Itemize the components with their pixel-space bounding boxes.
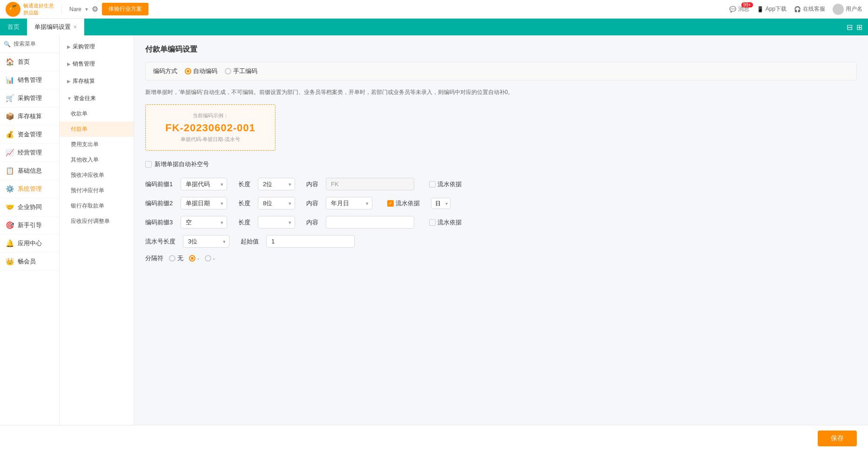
- prefix1-select-wrapper: 单据代码: [181, 178, 227, 190]
- avatar-image: [833, 4, 844, 15]
- system-icon: ⚙️: [6, 185, 14, 193]
- prefix2-length-select-wrapper: 8位: [258, 197, 295, 209]
- preview-code: FK-20230602-001: [165, 122, 256, 134]
- sidebar-item-funds[interactable]: 💰 资金管理: [0, 126, 59, 144]
- nav-tabs: 首页 单据编码设置 × ⊟ ⊞: [0, 19, 868, 35]
- logo: 🍊 畅通道好生意 拼品版: [6, 2, 54, 17]
- app-download-button[interactable]: 📱 App下载: [757, 5, 787, 13]
- sep-dot-dot: [189, 255, 195, 262]
- sidebar-item-app-center[interactable]: 🔔 应用中心: [0, 235, 59, 253]
- tab-home[interactable]: 首页: [0, 19, 27, 35]
- prefix1-content-input[interactable]: [326, 178, 414, 190]
- prefix2-select[interactable]: 单据日期: [181, 197, 227, 209]
- sidebar-item-basic-info[interactable]: 📋 基础信息: [0, 162, 59, 180]
- prefix1-length-select[interactable]: 2位: [258, 178, 295, 190]
- prefix3-length-select[interactable]: [258, 216, 295, 229]
- preview-label: 当前编码示例：: [193, 112, 229, 119]
- auto-encode-radio[interactable]: 自动编码: [185, 67, 217, 75]
- username: 用户名: [846, 5, 862, 13]
- messages-button[interactable]: 💬 消息 99+: [729, 5, 749, 13]
- inventory-icon: 📦: [6, 112, 14, 121]
- tab-encoding-settings[interactable]: 单据编码设置 ×: [27, 19, 84, 35]
- prefix3-content-input[interactable]: [326, 216, 414, 229]
- purchase-icon: 🛒: [6, 94, 14, 102]
- prefix3-serial-box[interactable]: [429, 219, 436, 226]
- basic-info-icon: 📋: [6, 167, 14, 175]
- day-select-wrapper: 日 月 年: [431, 198, 451, 209]
- preview-desc: 单据代码-单据日期-流水号: [181, 136, 240, 143]
- top-bar: 🍊 畅通道好生意 拼品版 Nare ▾ ⚙ 体验行业方案 💬 消息 99+ 📱 …: [0, 0, 868, 19]
- minimize-icon[interactable]: ⊟: [847, 23, 853, 32]
- prefix2-content-select[interactable]: 年月日: [326, 197, 372, 209]
- prefix1-label: 编码前缀1: [145, 180, 173, 188]
- serial-length-select-wrapper: 3位 4位 5位: [183, 235, 229, 248]
- sidebar-item-member[interactable]: 👑 畅会员: [0, 253, 59, 271]
- save-button[interactable]: 保存: [818, 431, 857, 446]
- sub-menu-group-sales: ▶ 销售管理: [60, 56, 134, 72]
- message-badge: 99+: [741, 2, 753, 7]
- search-menu[interactable]: 🔍 搜索菜单: [0, 35, 59, 53]
- message-icon: 💬: [729, 6, 736, 13]
- sub-menu-header-funds[interactable]: ▼ 资金往来: [60, 91, 134, 106]
- manual-encode-radio[interactable]: 手工编码: [225, 67, 257, 75]
- sub-menu-item-expense[interactable]: 费用支出单: [60, 137, 134, 152]
- prefix2-serial-box[interactable]: ✓: [387, 200, 394, 207]
- info-text: 新增单据时，'单据编码'自动生成，不可编辑。前缀设置为部门、业务员等档案类，开单…: [145, 88, 857, 97]
- prefix1-length-label: 长度: [238, 180, 250, 188]
- sidebar-item-purchase[interactable]: 🛒 采购管理: [0, 89, 59, 108]
- prefix2-length-select[interactable]: 8位: [258, 197, 295, 209]
- start-value-input[interactable]: [266, 235, 355, 248]
- separator-row: 分隔符 无 · ·: [145, 254, 857, 263]
- divider: [61, 5, 62, 14]
- sidebar-item-guide[interactable]: 🎯 新手引导: [0, 216, 59, 235]
- sub-menu-item-bank[interactable]: 银行存取款单: [60, 198, 134, 214]
- sub-menu-item-prepay-offset[interactable]: 预收冲应收单: [60, 168, 134, 183]
- sep-dot2-radio[interactable]: ·: [205, 255, 215, 262]
- sep-none-dot: [169, 255, 175, 262]
- prefix1-serial-box[interactable]: [429, 181, 436, 188]
- prefix2-label: 编码前缀2: [145, 199, 173, 208]
- settings-icon[interactable]: ⚙: [92, 5, 98, 13]
- sub-menu-header-purchase[interactable]: ▶ 采购管理: [60, 39, 134, 54]
- online-service-button[interactable]: 🎧 在线客服: [794, 5, 825, 13]
- prefix-row-3: 编码前缀3 空 长度 内容 流水依据: [145, 216, 857, 229]
- sub-menu-item-receipt[interactable]: 收款单: [60, 106, 134, 121]
- sep-dot-radio[interactable]: ·: [189, 255, 199, 262]
- day-select[interactable]: 日 月 年: [431, 198, 451, 209]
- sub-menu-group-purchase: ▶ 采购管理: [60, 39, 134, 54]
- company-dropdown[interactable]: ▾: [85, 6, 88, 13]
- maximize-icon[interactable]: ⊞: [856, 23, 862, 32]
- sidebar-item-inventory[interactable]: 📦 库存核算: [0, 108, 59, 126]
- user-avatar[interactable]: 用户名: [833, 4, 862, 15]
- bottom-bar: 保存: [0, 425, 868, 451]
- sidebar-item-home[interactable]: 🏠 首页: [0, 53, 59, 71]
- sub-menu-header-sales[interactable]: ▶ 销售管理: [60, 56, 134, 72]
- sidebar-item-operations[interactable]: 📈 经营管理: [0, 144, 59, 162]
- industry-button[interactable]: 体验行业方案: [102, 3, 148, 15]
- encoding-radio-group: 自动编码 手工编码: [185, 67, 257, 75]
- tab-controls: ⊟ ⊞: [847, 23, 868, 32]
- sub-menu-item-adjustment[interactable]: 应收应付调整单: [60, 214, 134, 229]
- sub-menu-item-payment[interactable]: 付款单: [60, 121, 134, 137]
- sub-menu-header-inventory[interactable]: ▶ 库存核算: [60, 74, 134, 89]
- download-icon: 📱: [757, 6, 764, 13]
- serial-length-row: 流水号长度 3位 4位 5位 起始值: [145, 235, 857, 248]
- auto-fill-checkbox[interactable]: [145, 161, 152, 168]
- prefix1-select[interactable]: 单据代码: [181, 178, 227, 190]
- prefix2-length-label: 长度: [238, 199, 250, 208]
- sub-menu-item-other-income[interactable]: 其他收入单: [60, 152, 134, 168]
- operations-icon: 📈: [6, 148, 14, 157]
- serial-length-select[interactable]: 3位 4位 5位: [183, 235, 229, 248]
- sub-menu-item-advance-offset[interactable]: 预付冲应付单: [60, 183, 134, 198]
- prefix3-select[interactable]: 空: [181, 216, 227, 229]
- funds-icon: 💰: [6, 130, 14, 139]
- main-layout: 🔍 搜索菜单 🏠 首页 📊 销售管理 🛒 采购管理 📦 库存核算 💰 资金管理 …: [0, 35, 868, 451]
- tab-close-icon[interactable]: ×: [74, 24, 77, 30]
- sep-none-radio[interactable]: 无: [169, 254, 183, 263]
- sidebar-item-sales[interactable]: 📊 销售管理: [0, 71, 59, 89]
- top-bar-left: 🍊 畅通道好生意 拼品版 Nare ▾ ⚙ 体验行业方案: [6, 2, 148, 17]
- sidebar-item-system[interactable]: ⚙️ 系统管理: [0, 180, 59, 198]
- prefix-row-2: 编码前缀2 单据日期 长度 8位 内容 年月日 ✓ 流水依据: [145, 197, 857, 209]
- sidebar-item-enterprise[interactable]: 🤝 企业协同: [0, 198, 59, 216]
- arrow-right-icon3: ▶: [67, 79, 71, 84]
